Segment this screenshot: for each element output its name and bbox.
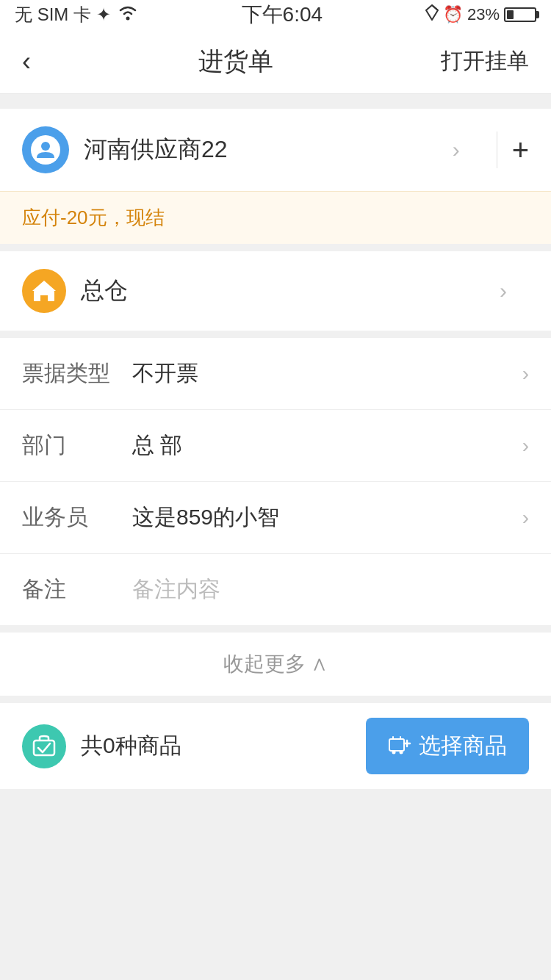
supplier-avatar	[22, 126, 69, 173]
supplier-chevron-icon: ›	[453, 137, 460, 162]
select-product-label: 选择商品	[419, 731, 507, 761]
svg-rect-4	[40, 295, 48, 301]
person-icon	[35, 139, 57, 161]
staff-value: 这是859的小智	[125, 502, 522, 533]
dept-row[interactable]: 部门 总 部 ›	[0, 410, 551, 482]
svg-rect-5	[34, 741, 54, 755]
nav-bar: ‹ 进货单 打开挂单	[0, 29, 551, 94]
notice-text: 应付-20元，现结	[22, 206, 165, 228]
remark-row[interactable]: 备注 备注内容	[0, 554, 551, 625]
invoice-label: 票据类型	[22, 359, 125, 389]
dept-value: 总 部	[125, 430, 522, 461]
invoice-value: 不开票	[125, 359, 522, 389]
dept-label: 部门	[22, 430, 125, 461]
sim-label: 无 SIM 卡 ✦	[15, 3, 111, 26]
svg-marker-3	[32, 281, 56, 291]
open-pending-button[interactable]: 打开挂单	[441, 46, 529, 76]
status-left: 无 SIM 卡 ✦	[15, 3, 139, 26]
svg-point-7	[392, 750, 396, 754]
page-container: 无 SIM 卡 ✦ 下午6:04 ⏰ 23%	[0, 0, 551, 980]
svg-point-1	[41, 142, 50, 151]
vertical-divider	[497, 131, 497, 168]
status-time: 下午6:04	[242, 1, 323, 29]
collapse-label: 收起更多 ∧	[223, 650, 328, 678]
warehouse-name: 总仓	[81, 275, 500, 307]
collapse-row[interactable]: 收起更多 ∧	[0, 625, 551, 696]
form-section: 票据类型 不开票 › 部门 总 部 › 业务员 这是859的小智 › 备注 备注…	[0, 331, 551, 625]
supplier-name: 河南供应商22	[84, 134, 453, 166]
invoice-row[interactable]: 票据类型 不开票 ›	[0, 338, 551, 410]
svg-point-0	[126, 17, 129, 21]
cart-icon	[388, 736, 411, 757]
status-bar: 无 SIM 卡 ✦ 下午6:04 ⏰ 23%	[0, 0, 551, 29]
warehouse-chevron-icon: ›	[500, 278, 507, 303]
product-icon	[31, 733, 57, 760]
page-title: 进货单	[198, 45, 273, 79]
dept-chevron-icon: ›	[522, 434, 529, 458]
alarm-icon: ⏰	[443, 5, 463, 24]
invoice-chevron-icon: ›	[522, 362, 529, 386]
notice-banner: 应付-20元，现结	[0, 191, 551, 244]
remark-label: 备注	[22, 574, 125, 605]
status-right: ⏰ 23%	[425, 4, 536, 25]
back-button[interactable]: ‹	[22, 46, 31, 77]
warehouse-row[interactable]: 总仓 ›	[0, 244, 551, 331]
wifi-icon	[117, 4, 139, 25]
svg-rect-6	[389, 739, 404, 751]
avatar-inner	[31, 135, 60, 165]
supplier-row[interactable]: 河南供应商22 › +	[0, 109, 551, 191]
remark-input[interactable]: 备注内容	[125, 574, 529, 605]
top-divider	[0, 94, 551, 109]
staff-label: 业务员	[22, 502, 125, 533]
staff-row[interactable]: 业务员 这是859的小智 ›	[0, 482, 551, 554]
warehouse-icon-wrap	[22, 269, 66, 313]
product-bar: 共0种商品 选择商品	[0, 696, 551, 789]
location-icon	[425, 4, 439, 25]
battery-percent: 23%	[467, 5, 500, 24]
staff-chevron-icon: ›	[522, 506, 529, 530]
battery-icon	[504, 7, 536, 22]
product-icon-wrap	[22, 724, 66, 768]
supplier-section: 河南供应商22 › + 应付-20元，现结	[0, 109, 551, 244]
svg-point-8	[400, 750, 403, 754]
product-count: 共0种商品	[81, 731, 366, 761]
warehouse-icon	[31, 278, 57, 304]
add-supplier-button[interactable]: +	[512, 134, 529, 167]
select-product-button[interactable]: 选择商品	[366, 718, 529, 774]
